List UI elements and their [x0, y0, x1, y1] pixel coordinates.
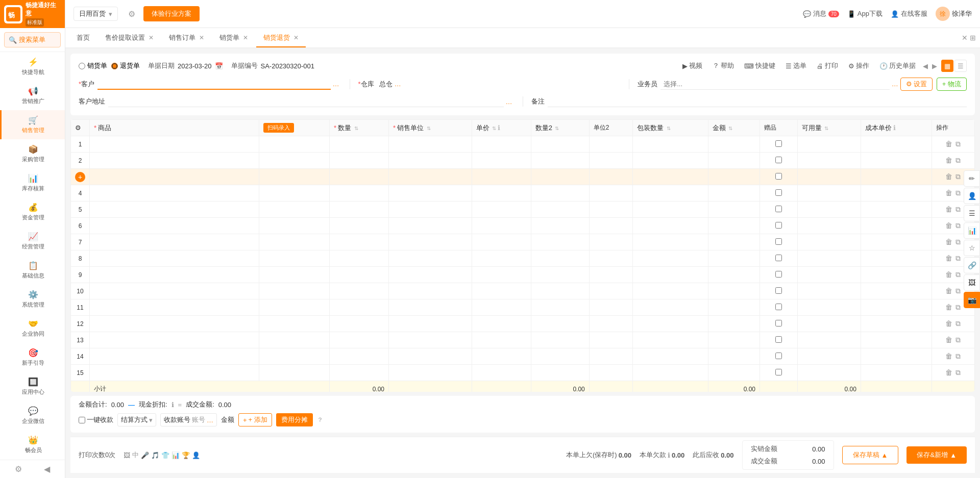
- copy-row-icon[interactable]: ⧉: [955, 287, 961, 295]
- calendar-icon[interactable]: 📅: [215, 62, 223, 70]
- account-select[interactable]: 收款账号 账号 …: [160, 413, 217, 426]
- delete-row-icon[interactable]: 🗑: [945, 254, 952, 263]
- app-download-btn[interactable]: 📱 App下载: [847, 9, 883, 18]
- gear-icon[interactable]: ⚙: [128, 9, 135, 19]
- close-sales-order-tab[interactable]: ✕: [199, 34, 204, 41]
- delete-row-icon[interactable]: 🗑: [945, 368, 952, 377]
- operate-btn[interactable]: ⚙ 操作: [845, 60, 872, 72]
- quick-star-icon[interactable]: ☆: [964, 240, 980, 256]
- delete-row-icon[interactable]: 🗑: [945, 336, 952, 344]
- save-new-button[interactable]: 保存&新增 ▲: [906, 446, 967, 464]
- save-draft-button[interactable]: 保存草稿 ▲: [842, 446, 899, 464]
- delete-row-icon[interactable]: 🗑: [945, 238, 952, 246]
- qty-cell[interactable]: [329, 136, 388, 153]
- sidebar-item-system[interactable]: ⚙️ 系统管理: [0, 285, 65, 314]
- customer-select-btn[interactable]: …: [331, 79, 341, 89]
- search-menu-button[interactable]: 🔍 搜索菜单: [4, 32, 61, 47]
- sidebar-item-wechat[interactable]: 💬 企业微信: [0, 401, 65, 430]
- cost-cell[interactable]: [861, 136, 932, 153]
- tab-home[interactable]: 首页: [69, 29, 97, 47]
- available-cell[interactable]: [797, 136, 861, 153]
- history-btn[interactable]: 🕐 历史单据: [876, 60, 919, 72]
- expand-icon[interactable]: ⊞: [970, 34, 976, 42]
- delete-row-icon[interactable]: 🗑: [945, 287, 952, 295]
- radio-sales[interactable]: 销货单: [79, 61, 107, 70]
- delete-row-icon[interactable]: 🗑: [945, 319, 952, 328]
- copy-row-icon[interactable]: ⧉: [955, 238, 961, 246]
- note-input[interactable]: [548, 96, 967, 107]
- delete-row-icon[interactable]: 🗑: [945, 270, 952, 279]
- quick-chart-icon[interactable]: 📊: [964, 222, 980, 239]
- table-gear-icon[interactable]: ⚙: [75, 124, 81, 132]
- calc-method-select[interactable]: 结算方式 ▾: [117, 413, 156, 426]
- product-input[interactable]: [94, 173, 255, 181]
- shortcut-btn[interactable]: ⌨ 快捷键: [741, 60, 778, 72]
- industry-selector[interactable]: 日用百货 ▾: [74, 7, 118, 21]
- copy-row-icon[interactable]: ⧉: [955, 205, 961, 214]
- delete-row-icon[interactable]: 🗑: [945, 221, 952, 230]
- delete-row-icon[interactable]: 🗑: [945, 205, 952, 214]
- select-btn[interactable]: ☰ 选单: [782, 60, 810, 72]
- copy-row-icon[interactable]: ⧉: [955, 336, 961, 344]
- price-cell[interactable]: [472, 136, 531, 153]
- sidebar-item-shortcut[interactable]: ⚡ 快捷导航: [0, 52, 65, 81]
- address-input[interactable]: [108, 96, 504, 107]
- list-view-btn[interactable]: ☰: [954, 60, 967, 72]
- amount-cell[interactable]: [708, 136, 760, 153]
- copy-row-icon[interactable]: ⧉: [955, 254, 961, 263]
- print-btn[interactable]: 🖨 打印: [814, 60, 841, 72]
- settings-bottom-icon[interactable]: ⚙: [15, 464, 22, 474]
- fee-help-icon[interactable]: ？: [317, 416, 323, 424]
- sidebar-item-member[interactable]: 👑 畅会员: [0, 430, 65, 459]
- sidebar-item-purchase[interactable]: 📦 采购管理: [0, 139, 65, 168]
- close-sales-return-tab[interactable]: ✕: [293, 34, 299, 41]
- scan-input-btn[interactable]: 扫码录入: [263, 123, 294, 133]
- radio-return[interactable]: 退货单: [111, 61, 140, 70]
- online-service-btn[interactable]: 👤 在线客服: [891, 9, 927, 18]
- delete-row-icon[interactable]: 🗑: [945, 303, 952, 312]
- add-row-btn[interactable]: +: [75, 172, 85, 182]
- collapse-icon[interactable]: ◀: [44, 464, 50, 474]
- unit-cell[interactable]: [389, 136, 472, 153]
- sidebar-item-inventory[interactable]: 📊 库存核算: [0, 168, 65, 197]
- grid-view-btn[interactable]: ▦: [941, 60, 953, 72]
- warehouse-select-btn[interactable]: …: [393, 79, 403, 89]
- close-price-setting-tab[interactable]: ✕: [149, 34, 154, 41]
- gift-cell[interactable]: [760, 136, 798, 153]
- delete-row-icon[interactable]: 🗑: [945, 140, 952, 148]
- quick-list-icon[interactable]: ☰: [964, 205, 980, 221]
- customer-input[interactable]: [97, 78, 331, 90]
- staff-input[interactable]: [660, 79, 890, 90]
- address-select-btn[interactable]: …: [504, 97, 514, 107]
- settings-button[interactable]: ⚙ 设置: [900, 78, 933, 91]
- quick-user-icon[interactable]: 👤: [964, 188, 980, 204]
- sidebar-item-apps[interactable]: 🔲 应用中心: [0, 372, 65, 401]
- experience-btn[interactable]: 体验行业方案: [143, 6, 200, 21]
- delete-row-icon[interactable]: 🗑: [945, 189, 952, 197]
- sidebar-item-cooperation[interactable]: 🤝 企业协同: [0, 314, 65, 343]
- quick-payment-checkbox[interactable]: 一键收款: [79, 415, 113, 424]
- quick-edit-icon[interactable]: ✏: [964, 170, 980, 187]
- quick-link-icon[interactable]: 🔗: [964, 257, 980, 273]
- delete-row-icon[interactable]: 🗑: [945, 352, 952, 361]
- quick-camera-icon[interactable]: 📷: [964, 292, 980, 308]
- next-record-icon[interactable]: ▶: [932, 62, 937, 70]
- copy-row-icon[interactable]: ⧉: [955, 319, 961, 328]
- add-logistics-button[interactable]: + 物流: [937, 78, 967, 91]
- copy-row-icon[interactable]: ⧉: [955, 270, 961, 279]
- tab-sales[interactable]: 销货单 ✕: [212, 29, 255, 47]
- staff-select-btn[interactable]: …: [890, 79, 900, 89]
- tab-sales-return[interactable]: 销货退货 ✕: [256, 29, 306, 47]
- pack-cell[interactable]: [633, 136, 708, 153]
- sidebar-item-basic[interactable]: 📋 基础信息: [0, 256, 65, 285]
- sidebar-item-newbie[interactable]: 🎯 新手引导: [0, 343, 65, 372]
- copy-row-icon[interactable]: ⧉: [955, 156, 961, 165]
- user-profile[interactable]: 徐 徐泽华: [936, 7, 972, 21]
- sidebar-item-finance[interactable]: 💰 资金管理: [0, 197, 65, 227]
- tab-sales-order[interactable]: 销售订单 ✕: [162, 29, 211, 47]
- minus-icon[interactable]: —: [128, 401, 135, 409]
- close-sales-tab[interactable]: ✕: [243, 34, 248, 41]
- delete-row-icon[interactable]: 🗑: [945, 156, 952, 165]
- sidebar-item-sales[interactable]: 🛒 销售管理: [0, 110, 65, 139]
- copy-row-icon[interactable]: ⧉: [955, 221, 961, 230]
